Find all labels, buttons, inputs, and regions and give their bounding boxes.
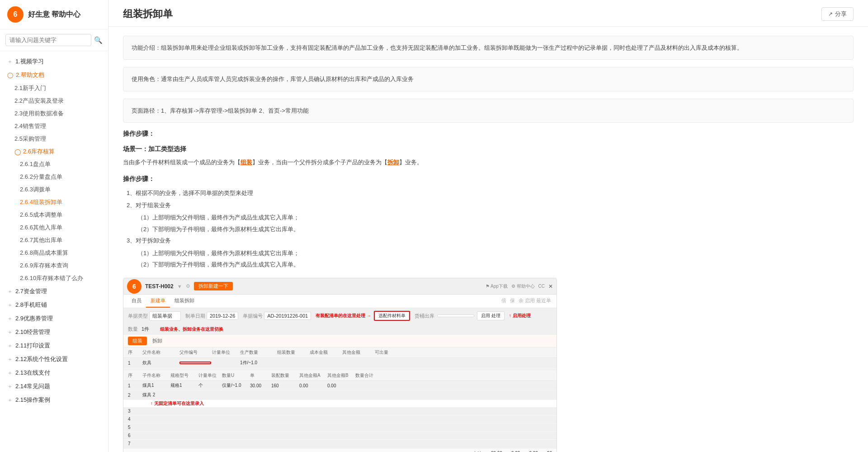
sidebar-item-inventory[interactable]: ◯ 2.6库存核算 — [0, 145, 108, 158]
ss-close-icon[interactable]: ✕ — [548, 283, 553, 290]
sidebar-item-prep[interactable]: 2.3使用前数据准备 — [0, 107, 108, 120]
logo-icon: 6 — [7, 6, 24, 23]
sidebar-item-docs-label: 2.帮助文档 — [16, 71, 44, 79]
ss-lower-table-row-1: 1 煤具1 规格1 个 仅量/~1.0 30.00 160 0.00 0.00 — [123, 381, 557, 390]
sidebar-item-print[interactable]: ＋ 2.11打印设置 — [0, 339, 108, 352]
ss-assembly-btn[interactable]: 组装 — [128, 337, 147, 345]
sidebar-item-cases[interactable]: ＋ 2.15操作案例 — [0, 393, 108, 407]
expand-icon: ＋ — [7, 58, 13, 66]
sidebar-item-docs[interactable]: ◯ 2.帮助文档 — [0, 68, 108, 82]
sidebar-item-sales[interactable]: 2.4销售管理 — [0, 120, 108, 133]
share-button[interactable]: ↗ 分享 — [821, 7, 854, 21]
ss-topbar-btn[interactable]: 拆卸新建一下 — [194, 282, 233, 290]
sidebar-item-stock-ledger[interactable]: 2.6.9库存账本查询 — [0, 259, 108, 272]
nav-tree: ＋ 1.视频学习 ◯ 2.帮助文档 2.1新手入门 2.2产品安装及登录 2.3… — [0, 51, 108, 452]
ss-date-field[interactable]: 2019-12-26 — [207, 312, 238, 320]
sidebar-item-install[interactable]: 2.2产品安装及登录 — [0, 95, 108, 107]
step2: 2、对于组装业务 — [127, 200, 854, 210]
step3-sub2: （2）下部明细为子件明细，最终作为产成品生成其它入库单。 — [137, 259, 854, 270]
sidebar-item-cost-recalc[interactable]: 2.6.8商品成本重算 — [0, 247, 108, 259]
ss-app-icon: 6 — [127, 279, 142, 294]
step2-sub2: （2）下部明细为子件明细，最终作为原材料生成其它出库单。 — [137, 224, 854, 234]
ss-count-row: 数量 1件 组装业务、拆卸业务在这里切换 — [123, 324, 557, 335]
ss-lower-table-row-6: 6 — [123, 432, 557, 440]
ss-lower-table-header: 序 子件名称 规格型号 计量单位 数量U 单 装配数量 其他金额A 其他金额B … — [123, 371, 557, 381]
sidebar-item-cost-adjust[interactable]: 2.6.5成本调整单 — [0, 209, 108, 221]
share-icon: ↗ — [828, 11, 833, 17]
sidebar-item-payment[interactable]: ＋ 2.13在线支付 — [0, 366, 108, 380]
sidebar-item-stock-error[interactable]: 2.6.10库存账本错了么办 — [0, 272, 108, 285]
ss-tab-new[interactable]: 新建单 — [146, 295, 170, 308]
ss-lower-table-row-4: 4 — [123, 415, 557, 423]
step1: 1、根据不同的业务，选择不同单据的类型来处理 — [127, 188, 854, 198]
sidebar-item-video[interactable]: ＋ 1.视频学习 — [0, 55, 108, 68]
search-icon[interactable]: 🔍 — [94, 36, 103, 44]
sidebar-item-newbie[interactable]: 2.1新手入门 — [0, 82, 108, 95]
sidebar-item-operations[interactable]: ＋ 2.10经营管理 — [0, 325, 108, 339]
ss-type-row: 组装 拆卸 — [123, 335, 557, 347]
step2-sub1: （1）上部明细为父件明细，最终作为产成品生成其它入库单； — [137, 212, 854, 223]
step3-sub1: （1）上部明细为父件明细，最终作为原材料生成其它出库单； — [137, 248, 854, 258]
logo-area: 6 好生意 帮助中心 — [0, 0, 108, 29]
assembly-link[interactable]: 组装 — [241, 159, 252, 166]
sidebar-item-faq[interactable]: ＋ 2.14常见问题 — [0, 380, 108, 393]
scenario1-body: 当由多个子件材料组装成一个成品的业务为【组装】业务，当由一个父件拆分成多个子产品… — [123, 157, 854, 167]
sidebar-item-other-in[interactable]: 2.6.6其他入库单 — [0, 221, 108, 234]
sidebar-item-stocktake[interactable]: 2.6.1盘点单 — [0, 158, 108, 171]
page-header: 组装拆卸单 ↗ 分享 — [108, 0, 868, 27]
ss-upper-table-header: 序 父件名称 父件编号 计量单位 生产数量 组装数量 成本金额 其他金额 可出量 — [123, 347, 557, 358]
path-block: 页面路径：1、库存核算->库存管理->组装拆卸单 2、首页->常用功能 — [123, 99, 854, 123]
sidebar-item-personalize[interactable]: ＋ 2.12系统个性化设置 — [0, 352, 108, 366]
sidebar-item-newbie-label: 2.1新手入门 — [14, 85, 46, 91]
sidebar-item-funds[interactable]: ＋ 2.7资金管理 — [0, 285, 108, 298]
ss-type-field[interactable]: 组装单据 — [149, 311, 181, 321]
screenshot-container: 6 TEST-H002 ▼ ⚙ 拆卸新建一下 ⚑ App下载 ⚙ 帮助中心 CC… — [123, 278, 557, 452]
ss-lower-table-row-2: 2 煤具 2 — [123, 390, 557, 400]
ss-annotation-no-bom: ↑ 无固定清单可在这里录入 — [123, 400, 557, 407]
sidebar-item-partial-stocktake[interactable]: 2.6.2分量盘点单 — [0, 171, 108, 183]
ss-stock-field[interactable] — [437, 314, 474, 317]
intro-block: 功能介绍：组装拆卸单用来处理企业组装或拆卸等加工业务，支持有固定装配清单的产品加… — [123, 36, 854, 60]
ss-annotation-has-bom: 有装配清单的在这里处理 → — [316, 313, 371, 319]
search-area: 🔍 — [0, 29, 108, 51]
disassembly-link[interactable]: 拆卸 — [387, 159, 399, 166]
ss-form-row: 单据类型 组装单据 制单日期 2019-12-26 单据编号 AD-201912… — [123, 308, 557, 324]
role-block: 使用角色：通常由生产人员或库管人员完成拆装业务的操作，库管人员确认原材料的出库和… — [123, 67, 854, 91]
sidebar-item-purchase-label: 2.5采购管理 — [14, 135, 46, 142]
ss-test-id: TEST-H002 — [145, 283, 174, 290]
ss-annotation-type: 组装业务、拆卸业务在这里切换 — [160, 326, 223, 333]
main-content: 组装拆卸单 ↗ 分享 功能介绍：组装拆卸单用来处理企业组装或拆卸等加工业务，支持… — [108, 0, 868, 452]
logo-text: 好生意 帮助中心 — [28, 10, 80, 19]
sidebar-item-sales-label: 2.4销售管理 — [14, 123, 46, 129]
ss-tab-self[interactable]: 自员 — [127, 295, 146, 308]
ss-lower-table-row-5: 5 — [123, 423, 557, 432]
sidebar-item-purchase[interactable]: 2.5采购管理 — [0, 133, 108, 145]
ss-lower-table-row-3: 3 — [123, 407, 557, 415]
ss-disassembly-btn[interactable]: 拆卸 — [150, 337, 165, 345]
ops-title: 操作步骤： — [123, 130, 854, 138]
ss-footer: 合计 89.00 0.00 0.00 96 — [123, 448, 557, 452]
sidebar-item-install-label: 2.2产品安装及登录 — [14, 97, 64, 104]
ss-tab-assembly[interactable]: 组装拆卸 — [170, 295, 199, 308]
inventory-collapse-icon: ◯ — [14, 148, 21, 155]
search-input[interactable] — [5, 34, 91, 46]
ss-order-field[interactable]: AD-20191226-001 — [264, 312, 311, 320]
ss-confirm-btn[interactable]: 选配件材料单 — [374, 311, 410, 321]
step3: 3、对于拆卸业务 — [127, 235, 854, 246]
sidebar-item-prep-label: 2.3使用前数据准备 — [14, 110, 64, 117]
sidebar-item-mobile[interactable]: ＋ 2.8手机旺铺 — [0, 298, 108, 312]
sidebar: 6 好生意 帮助中心 🔍 ＋ 1.视频学习 ◯ 2.帮助文档 2.1新手入门 2… — [0, 0, 108, 452]
sidebar-item-video-label: 1.视频学习 — [15, 57, 44, 66]
ss-nav-tabs: 自员 新建单 组装拆卸 倍 保 余 启用 最近单 — [123, 295, 557, 308]
ss-apply-btn[interactable]: 启用 处理 — [477, 311, 505, 320]
ss-parent-code-cell[interactable] — [179, 362, 211, 364]
sidebar-item-coupon[interactable]: ＋ 2.9优惠券管理 — [0, 312, 108, 325]
sidebar-item-assembly[interactable]: 2.6.4组装拆卸单 — [0, 196, 108, 209]
ss-upper-table-row-1: 1 炊具 1件/~1.0 — [123, 358, 557, 368]
sidebar-item-other-out[interactable]: 2.6.7其他出库单 — [0, 234, 108, 247]
page-title: 组装拆卸单 — [123, 7, 173, 21]
ss-apply-label: 启用 处理 — [481, 313, 500, 318]
collapse-icon: ◯ — [7, 72, 13, 78]
ss-lower-table-row-7: 7 — [123, 440, 557, 448]
sidebar-item-transfer[interactable]: 2.6.3调拨单 — [0, 183, 108, 196]
